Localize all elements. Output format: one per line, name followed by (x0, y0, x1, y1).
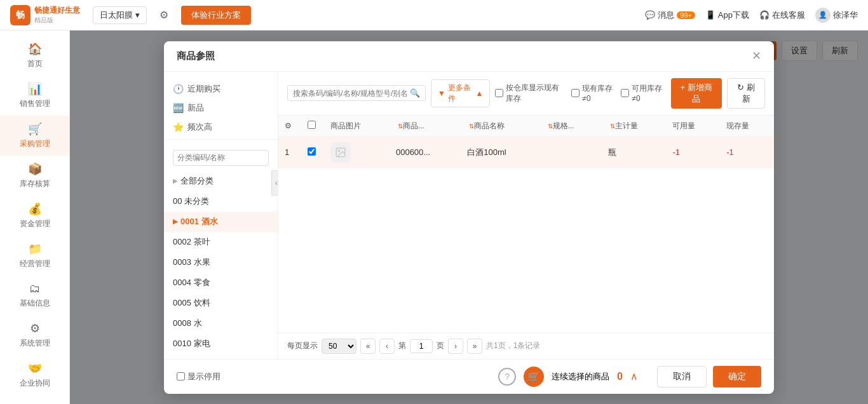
user-avatar-icon: 👤 (815, 8, 831, 23)
sidebar-label-system: 系统管理 (20, 338, 50, 349)
product-search-input[interactable] (293, 89, 407, 98)
table-row[interactable]: 1 (278, 137, 774, 168)
collab-icon: 🤝 (28, 361, 42, 375)
category-item-0003[interactable]: 0003 水果 (164, 252, 278, 273)
category-label-0002: 0002 茶叶 (173, 236, 210, 248)
more-filters-button[interactable]: ▼ 更多条件 ▲ (431, 79, 490, 107)
category-item-0008[interactable]: 0008 水 (164, 313, 278, 333)
quick-label-new: 新品 (187, 102, 204, 114)
th-code[interactable]: ⇅商品... (390, 116, 461, 137)
category-item-all[interactable]: ▶ 全部分类 (164, 171, 278, 191)
by-warehouse-checkbox-input[interactable] (495, 89, 503, 97)
online-service-button[interactable]: 🎧 在线客服 (759, 10, 805, 21)
trial-industry-button[interactable]: 体验行业方案 (181, 6, 251, 25)
available-stock-checkbox[interactable]: 可用库存≠0 (621, 83, 665, 103)
nav-right: 💬 消息 99+ 📱 App下载 🎧 在线客服 👤 徐泽华 (645, 8, 858, 23)
category-item-0005[interactable]: 0005 饮料 (164, 293, 278, 313)
th-unit[interactable]: ⇅主计量 (602, 116, 666, 137)
sidebar-item-basics[interactable]: 🗂 基础信息 (0, 276, 69, 315)
sidebar-label-purchase: 采购管理 (20, 138, 50, 149)
category-search-input-wrap: 🔍 (173, 150, 269, 166)
page-unit: 页 (437, 340, 444, 351)
th-image: 商品图片 (324, 116, 390, 137)
td-code: 000600... (390, 137, 461, 168)
message-badge: 99+ (677, 11, 695, 19)
sidebar-item-finance[interactable]: 💰 资金管理 (0, 196, 69, 236)
sidebar-item-home[interactable]: 🏠 首页 (0, 36, 69, 76)
td-checkbox[interactable] (301, 137, 324, 168)
sidebar-item-business[interactable]: 📁 经营管理 (0, 236, 69, 276)
svg-point-1 (338, 150, 339, 151)
th-settings[interactable]: ⚙ (278, 116, 301, 137)
category-item-0001[interactable]: ▶ 0001 酒水 (164, 212, 278, 232)
category-list: ▶ 全部分类 00 未分类 ▶ 0001 酒水 0002 茶 (164, 171, 278, 354)
messages-button[interactable]: 💬 消息 99+ (645, 10, 695, 21)
modal-left-panel: 🕐 近期购买 🆕 新品 ⭐ 频次高 (164, 72, 278, 359)
sidebar-item-collab[interactable]: 🤝 企业协同 (0, 355, 69, 395)
modal-title: 商品参照 (177, 50, 215, 62)
th-unit-sort-icon: ⇅ (610, 123, 615, 130)
store-dropdown[interactable]: 日太阳膜 ▾ (93, 6, 147, 24)
phone-icon: 📱 (705, 10, 715, 20)
modal-overlay: 商品参照 ✕ 🕐 近期购买 🆕 (70, 30, 868, 404)
quick-item-new[interactable]: 🆕 新品 (164, 98, 278, 118)
quick-access-section: 🕐 近期购买 🆕 新品 ⭐ 频次高 (164, 77, 278, 140)
quick-item-recent[interactable]: 🕐 近期购买 (164, 79, 278, 98)
prev-page-button[interactable]: ‹ (379, 339, 395, 354)
per-page-select[interactable]: 50 100 200 (322, 339, 356, 354)
sidebar-item-purchase[interactable]: 🛒 采购管理 (0, 116, 69, 156)
toolbar-right: + 新增商品 ↻ 刷新 (671, 78, 765, 109)
th-spec[interactable]: ⇅规格... (539, 116, 602, 137)
category-tri-all: ▶ (173, 177, 178, 184)
cancel-button[interactable]: 取消 (657, 366, 707, 387)
quick-item-frequent[interactable]: ⭐ 频次高 (164, 118, 278, 137)
sidebar-item-system[interactable]: ⚙ 系统管理 (0, 315, 69, 355)
collapse-left-panel-button[interactable]: ‹‹ (271, 170, 278, 196)
first-page-button[interactable]: « (360, 339, 376, 354)
existing-stock-checkbox-input[interactable] (571, 89, 580, 97)
last-page-button[interactable]: » (467, 339, 482, 354)
available-stock-checkbox-input[interactable] (621, 89, 629, 97)
sidebar-label-business: 经营管理 (20, 259, 50, 269)
quick-label-recent: 近期购买 (187, 83, 220, 95)
td-unit: 瓶 (602, 137, 666, 168)
top-nav: 畅 畅捷通好生意 精品版 日太阳膜 ▾ ⚙ 体验行业方案 💬 消息 99+ 📱 … (0, 0, 868, 30)
category-label-0008: 0008 水 (173, 318, 202, 329)
message-icon: 💬 (645, 10, 655, 20)
app-download-button[interactable]: 📱 App下载 (705, 10, 749, 21)
settings-gear-icon[interactable]: ⚙ (154, 6, 173, 25)
existing-stock-checkbox[interactable]: 现有库存≠0 (571, 83, 616, 103)
category-label-all: 全部分类 (180, 175, 214, 187)
select-all-checkbox[interactable] (308, 121, 316, 129)
category-search-input[interactable] (173, 151, 269, 165)
sidebar-item-sales[interactable]: 📊 销售管理 (0, 76, 69, 116)
category-label-0001: 0001 酒水 (180, 216, 218, 227)
refresh-button[interactable]: ↻ 刷新 (727, 78, 765, 109)
add-product-button[interactable]: + 新增商品 (671, 78, 722, 109)
show-disabled-checkbox-input[interactable] (177, 372, 185, 380)
category-item-00[interactable]: 00 未分类 (164, 191, 278, 212)
modal-close-button[interactable]: ✕ (752, 50, 761, 62)
frequent-icon: ⭐ (173, 122, 184, 132)
table-header-row: ⚙ 商品图片 ⇅商品... ⇅商品名称 (278, 116, 774, 137)
category-item-0010[interactable]: 0010 家电 (164, 333, 278, 354)
modal-body: 🕐 近期购买 🆕 新品 ⭐ 频次高 (164, 72, 774, 359)
sidebar-item-inventory[interactable]: 📦 库存核算 (0, 156, 69, 196)
th-stock: 现存量 (720, 116, 774, 137)
product-search-icon[interactable]: 🔍 (410, 88, 420, 98)
cart-button[interactable]: 🛒 (524, 367, 544, 387)
help-icon[interactable]: ? (498, 368, 516, 386)
show-disabled-checkbox[interactable]: 显示停用 (177, 371, 220, 382)
next-page-button[interactable]: › (448, 339, 463, 354)
th-name[interactable]: ⇅商品名称 (461, 116, 539, 137)
page-number-input[interactable] (410, 339, 433, 353)
user-menu[interactable]: 👤 徐泽华 (815, 8, 858, 23)
sidebar-item-guide[interactable]: 📖 新手引导 (0, 395, 69, 404)
sidebar-label-inventory: 库存核算 (20, 178, 50, 189)
confirm-button[interactable]: 确定 (713, 366, 761, 387)
category-item-0004[interactable]: 0004 零食 (164, 273, 278, 293)
category-item-0002[interactable]: 0002 茶叶 (164, 232, 278, 252)
collapse-cart-button[interactable]: ∧ (630, 370, 638, 382)
row-checkbox[interactable] (308, 147, 316, 156)
by-warehouse-checkbox[interactable]: 按仓库显示现有库存 (495, 83, 566, 104)
